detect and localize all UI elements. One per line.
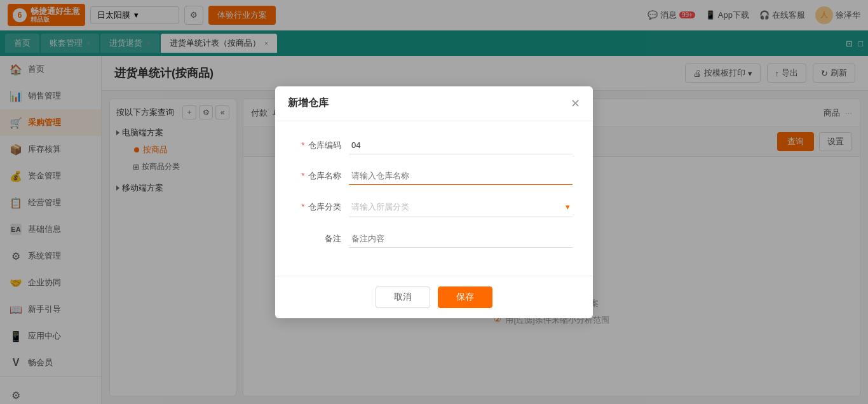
name-input[interactable] bbox=[349, 167, 573, 185]
form-row-note: 备注 bbox=[295, 230, 573, 248]
category-select[interactable]: 请输入所属分类 ▾ bbox=[349, 198, 573, 217]
modal-body: * 仓库编码 * 仓库名称 * 仓库分类 请输入所属 bbox=[275, 121, 593, 276]
code-input[interactable] bbox=[349, 137, 573, 154]
modal-close-button[interactable]: ✕ bbox=[571, 97, 580, 111]
category-dropdown-icon: ▾ bbox=[566, 202, 570, 212]
code-label: * 仓库编码 bbox=[295, 140, 341, 151]
form-row-code: * 仓库编码 bbox=[295, 137, 573, 154]
name-label: * 仓库名称 bbox=[295, 170, 341, 182]
add-warehouse-modal: 新增仓库 ✕ * 仓库编码 * 仓库名称 bbox=[275, 86, 593, 318]
note-input[interactable] bbox=[349, 230, 573, 248]
note-label: 备注 bbox=[295, 233, 341, 245]
save-button[interactable]: 保存 bbox=[438, 286, 492, 308]
form-row-name: * 仓库名称 bbox=[295, 167, 573, 185]
modal-title: 新增仓库 bbox=[288, 97, 329, 110]
modal-overlay: 新增仓库 ✕ * 仓库编码 * 仓库名称 bbox=[0, 0, 868, 404]
modal-footer: 取消 保存 bbox=[275, 276, 593, 318]
category-label: * 仓库分类 bbox=[295, 201, 341, 213]
form-row-category: * 仓库分类 请输入所属分类 ▾ bbox=[295, 198, 573, 217]
modal-header: 新增仓库 ✕ bbox=[275, 86, 593, 121]
cancel-button[interactable]: 取消 bbox=[376, 286, 430, 308]
